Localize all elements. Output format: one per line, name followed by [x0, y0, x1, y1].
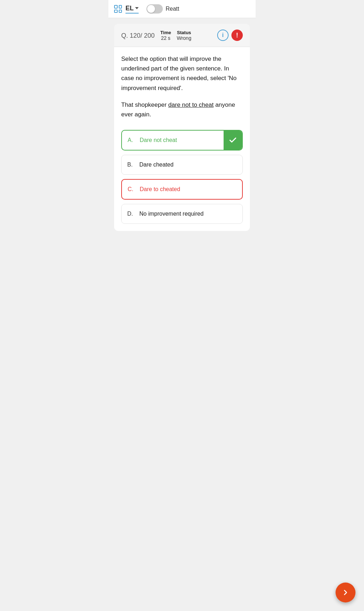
time-block: Time 22 s: [160, 30, 171, 41]
option-a[interactable]: A. Dare not cheat: [121, 130, 243, 151]
option-d-text: No improvement required: [139, 211, 204, 217]
time-label: Time: [160, 30, 171, 35]
option-c[interactable]: C. Dare to cheated: [121, 179, 243, 200]
toggle-container: Reatt: [146, 4, 179, 14]
sentence-before: That shopkeeper: [121, 101, 168, 108]
grid-icon: [114, 5, 122, 13]
status-value: Wrong: [177, 35, 191, 41]
option-d-letter: D.: [127, 211, 134, 217]
option-c-text: Dare to cheated: [140, 186, 180, 193]
toggle-knob: [147, 5, 155, 13]
el-label: EL: [125, 5, 134, 12]
chevron-down-icon: [135, 7, 139, 9]
header-icons: i !: [217, 30, 243, 41]
question-number: Q. 120/ 200: [121, 31, 155, 40]
option-b[interactable]: B. Dare cheated: [121, 155, 243, 175]
sentence-text: That shopkeeper dare not to cheat anyone…: [121, 100, 243, 119]
question-header: Q. 120/ 200 Time 22 s Status Wrong i !: [114, 24, 250, 47]
q-number: Q. 120: [121, 32, 140, 39]
option-a-text: Dare not cheat: [140, 137, 177, 143]
options-container: A. Dare not cheat B. Dare cheated C. Dar…: [121, 130, 243, 224]
time-value: 22 s: [160, 35, 171, 41]
option-b-letter: B.: [127, 162, 134, 168]
alert-button[interactable]: !: [231, 30, 243, 41]
reatt-label: Reatt: [166, 6, 179, 12]
info-button[interactable]: i: [217, 30, 229, 41]
sentence-underlined: dare not to cheat: [168, 101, 214, 108]
top-bar: EL Reatt: [108, 0, 256, 18]
option-b-text: Dare cheated: [139, 162, 173, 168]
main-card: Q. 120/ 200 Time 22 s Status Wrong i ! S…: [114, 24, 250, 231]
option-d[interactable]: D. No improvement required: [121, 204, 243, 224]
question-body: Select the option that will improve the …: [114, 47, 250, 231]
el-dropdown[interactable]: EL: [125, 5, 139, 14]
instruction-text: Select the option that will improve the …: [121, 54, 243, 93]
correct-badge: [224, 131, 242, 150]
q-total: / 200: [140, 32, 155, 39]
status-block: Status Wrong: [177, 30, 191, 41]
option-c-letter: C.: [128, 186, 135, 193]
status-label: Status: [177, 30, 191, 35]
option-a-letter: A.: [128, 137, 135, 143]
reatt-toggle[interactable]: [146, 4, 163, 14]
